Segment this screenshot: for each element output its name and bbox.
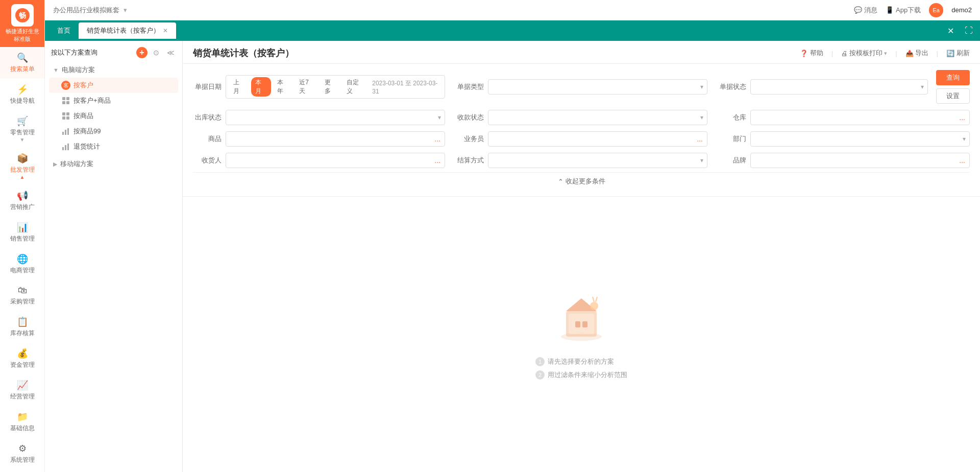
sidebar-item-basic[interactable]: 📁 基础信息 bbox=[0, 406, 44, 438]
order-type-select[interactable] bbox=[488, 79, 707, 95]
sidebar-item-wholesale[interactable]: 📦 批发管理 ▲ bbox=[0, 148, 44, 185]
edit-scheme-btn[interactable]: ⊙ bbox=[151, 47, 162, 58]
order-status-select[interactable] bbox=[750, 79, 928, 95]
export-btn[interactable]: 📤 导出 bbox=[905, 49, 928, 58]
tab-home[interactable]: 首页 bbox=[49, 22, 79, 39]
out-status-select[interactable] bbox=[226, 110, 445, 125]
tab-close-window-btn[interactable]: ✕ bbox=[943, 23, 958, 38]
finance-icon: 💰 bbox=[17, 348, 28, 359]
brand-dots-icon[interactable]: ... bbox=[959, 156, 965, 164]
page-header-actions: ❓ 帮助 | 🖨 按模板打印 ▾ | 📤 导出 | bbox=[800, 49, 970, 58]
topbar: 办公用品行业模拟账套 ▾ 💬 消息 📱 App下载 Ea demo2 bbox=[45, 0, 980, 20]
goods-picker[interactable]: ... bbox=[226, 131, 445, 147]
warehouse-picker[interactable]: ... bbox=[750, 110, 970, 125]
sidebar-item-ecommerce[interactable]: 🌐 电商管理 bbox=[0, 248, 44, 280]
operation-icon: 📈 bbox=[17, 380, 28, 391]
settlement-select[interactable] bbox=[488, 153, 707, 168]
by-goods-icon bbox=[61, 111, 70, 121]
svg-rect-9 bbox=[66, 116, 69, 120]
date-btn-custom[interactable]: 自定义 bbox=[342, 77, 369, 97]
sidebar-item-marketing[interactable]: 📢 营销推广 bbox=[0, 185, 44, 217]
sidebar-item-marketing-label: 营销推广 bbox=[10, 203, 35, 211]
sidebar-item-search[interactable]: 🔍 搜索菜单 bbox=[0, 47, 44, 79]
warehouse-label: 仓库 bbox=[718, 113, 746, 122]
date-btn-more[interactable]: 更多 bbox=[321, 77, 340, 97]
help-btn[interactable]: ❓ 帮助 bbox=[800, 49, 823, 58]
sidebar-item-sales[interactable]: 📊 销售管理 bbox=[0, 217, 44, 248]
wholesale-icon: 📦 bbox=[17, 153, 28, 164]
purchase-icon: 🛍 bbox=[18, 285, 27, 296]
sidebar-item-quicknav[interactable]: ⚡ 快捷导航 bbox=[0, 79, 44, 110]
query-btn[interactable]: 查询 bbox=[936, 70, 970, 85]
salesperson-dots-icon[interactable]: ... bbox=[697, 135, 703, 143]
date-picker[interactable]: 上月 本月 本年 近7天 更多 自定义 2023-03-01 至 2023-03… bbox=[226, 75, 445, 99]
tree-item-by-goods-99[interactable]: 按商品99 bbox=[49, 124, 178, 139]
sidebar-item-purchase[interactable]: 🛍 采购管理 bbox=[0, 280, 44, 311]
sidebar-item-basic-label: 基础信息 bbox=[10, 424, 35, 433]
tree-group-desktop-label: 电脑端方案 bbox=[62, 65, 95, 75]
filter-area: 单据日期 上月 本月 本年 近7天 更多 自定义 2023-03-01 至 20… bbox=[183, 64, 980, 197]
refresh-btn[interactable]: 🔄 刷新 bbox=[946, 49, 970, 58]
sidebar-item-inventory[interactable]: 📋 库存核算 bbox=[0, 311, 44, 343]
dept-select[interactable] bbox=[750, 131, 970, 147]
settings-btn[interactable]: 设置 bbox=[936, 88, 970, 104]
salesperson-picker[interactable]: ... bbox=[488, 131, 707, 147]
sidebar-item-system[interactable]: ⚙ 系统管理 bbox=[0, 438, 44, 469]
receiver-dots-icon[interactable]: ... bbox=[434, 156, 440, 164]
app-download-btn[interactable]: 📱 App下载 bbox=[886, 6, 921, 15]
wholesale-arrow-icon: ▲ bbox=[20, 174, 25, 180]
date-btn-last-7[interactable]: 近7天 bbox=[295, 77, 318, 97]
receipt-status-select[interactable] bbox=[488, 110, 707, 125]
collapse-panel-btn[interactable]: ≪ bbox=[165, 47, 176, 58]
export-label: 导出 bbox=[915, 49, 928, 58]
tree-group-desktop-header[interactable]: ▼ 电脑端方案 bbox=[49, 62, 178, 78]
tree-item-by-customer-goods[interactable]: 按客户+商品 bbox=[49, 93, 178, 108]
tree-group-expand-icon: ▼ bbox=[53, 67, 59, 73]
brand-picker[interactable]: ... bbox=[750, 153, 970, 168]
tree-item-by-goods[interactable]: 按商品 bbox=[49, 108, 178, 124]
tree-group-mobile-header[interactable]: ▶ 移动端方案 bbox=[49, 156, 178, 172]
tabbar-actions: ✕ ⛶ bbox=[943, 23, 976, 38]
print-btn[interactable]: 🖨 按模板打印 ▾ bbox=[841, 49, 887, 58]
empty-tips: 1 请先选择要分析的方案 2 用过滤条件来缩小分析范围 bbox=[535, 357, 627, 384]
date-btn-last-month[interactable]: 上月 bbox=[229, 77, 249, 97]
refresh-icon: 🔄 bbox=[946, 50, 954, 57]
logo-subtitle: 标准版 bbox=[14, 35, 31, 43]
svg-rect-13 bbox=[62, 147, 64, 150]
tree-item-return-stats[interactable]: 退货统计 bbox=[49, 139, 178, 154]
add-scheme-btn[interactable]: + bbox=[136, 47, 148, 58]
date-btn-this-month[interactable]: 本月 bbox=[251, 77, 271, 97]
sidebar-item-enterprise[interactable]: 🤝 企业协同 bbox=[0, 469, 44, 472]
message-btn[interactable]: 💬 消息 bbox=[854, 6, 877, 15]
main-area: 办公用品行业模拟账套 ▾ 💬 消息 📱 App下载 Ea demo2 首页 销货… bbox=[45, 0, 980, 472]
date-btn-this-year[interactable]: 本年 bbox=[273, 77, 293, 97]
industry-dropdown-icon[interactable]: ▾ bbox=[124, 6, 127, 14]
by-customer-icon: 客 bbox=[61, 81, 70, 90]
tree-item-by-customer[interactable]: 客 按客户 bbox=[49, 78, 178, 93]
collapse-bar[interactable]: ⌃ 收起更多条件 bbox=[193, 172, 970, 190]
svg-rect-11 bbox=[65, 130, 66, 135]
warehouse-dots-icon[interactable]: ... bbox=[959, 113, 965, 122]
tree-group-desktop: ▼ 电脑端方案 客 按客户 按客户+商品 bbox=[49, 62, 178, 154]
retail-icon: 🛒 bbox=[17, 115, 28, 127]
sidebar-item-retail[interactable]: 🛒 零售管理 ▼ bbox=[0, 110, 44, 148]
tab-maximize-btn[interactable]: ⛶ bbox=[962, 23, 976, 38]
left-panel-header: 按以下方案查询 + ⊙ ≪ bbox=[45, 41, 182, 62]
svg-rect-8 bbox=[62, 116, 65, 120]
by-customer-goods-icon bbox=[61, 96, 70, 105]
tab-report[interactable]: 销货单统计表（按客户） ✕ bbox=[79, 22, 176, 39]
sidebar-item-finance[interactable]: 💰 资金管理 bbox=[0, 343, 44, 374]
date-label: 单据日期 bbox=[193, 82, 222, 91]
sidebar-logo: 畅 畅捷通好生意 标准版 bbox=[0, 0, 44, 47]
receiver-picker[interactable]: ... bbox=[226, 153, 445, 168]
tab-close-icon[interactable]: ✕ bbox=[163, 27, 168, 34]
avatar[interactable]: Ea bbox=[929, 3, 943, 17]
collapse-up-icon: ⌃ bbox=[558, 178, 564, 185]
sidebar-item-wholesale-label: 批发管理 bbox=[10, 166, 35, 174]
svg-rect-6 bbox=[62, 112, 65, 115]
divider2: | bbox=[895, 50, 897, 57]
goods-dots-icon[interactable]: ... bbox=[434, 135, 440, 143]
sidebar-item-operation[interactable]: 📈 经营管理 bbox=[0, 374, 44, 406]
page-header: 销货单统计表（按客户） ❓ 帮助 | 🖨 按模板打印 ▾ | 📤 bbox=[183, 41, 980, 64]
tree-item-by-customer-goods-label: 按客户+商品 bbox=[74, 96, 111, 105]
